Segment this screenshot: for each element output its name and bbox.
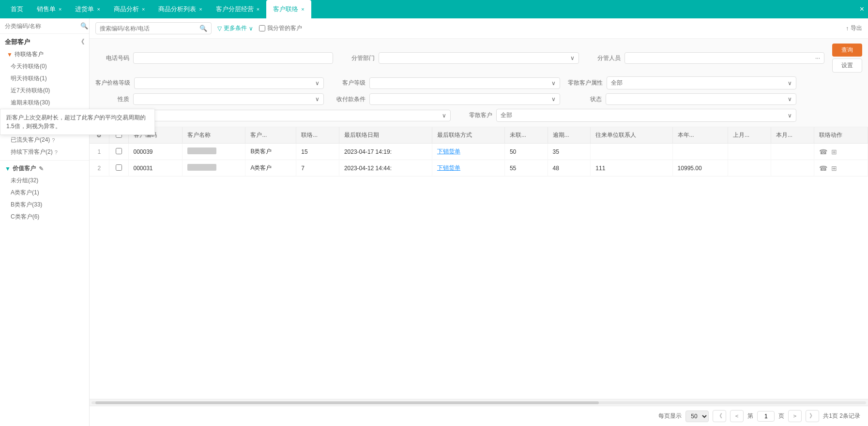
- dept-label: 分管部门: [341, 54, 375, 62]
- main-search-input[interactable]: [100, 25, 197, 32]
- my-customers-check[interactable]: [259, 25, 265, 31]
- row2-this-year: 10995.00: [672, 160, 728, 176]
- settings-btn[interactable]: 设置: [832, 59, 862, 73]
- overdue-col-header[interactable]: 逾期...: [548, 127, 591, 144]
- nav-customer-contact[interactable]: 客户联络 ×: [266, 0, 311, 18]
- retail-attr-select[interactable]: 全部 ∨: [607, 76, 796, 89]
- sidebar-search-input[interactable]: [5, 23, 77, 29]
- phone-input[interactable]: [133, 52, 333, 64]
- churned-customers-item[interactable]: 已流失客户(24) ?: [0, 134, 89, 146]
- tomorrow-pending[interactable]: 明天待联络(1): [0, 73, 89, 85]
- close-all-tabs[interactable]: ×: [860, 5, 864, 14]
- pending-contact-label: 待联络客户: [15, 50, 44, 59]
- value-ungroup[interactable]: 未分组(32): [0, 175, 89, 187]
- last-month-col-header[interactable]: 上月...: [728, 127, 771, 144]
- price-level-filter: 客户价格等级 ∨: [95, 77, 324, 89]
- filter-row-1: 电话号码 分管部门 ∨ 分管人员 ···: [95, 44, 862, 73]
- last-date-col-header[interactable]: 最后联络日期: [339, 127, 432, 144]
- week-pending[interactable]: 近7天待联络(0): [0, 85, 89, 97]
- sidebar-collapse-icon[interactable]: 《: [78, 38, 84, 46]
- declining-info-icon: ?: [55, 149, 58, 155]
- sidebar-search-area: 🔍: [0, 18, 89, 34]
- nav-purchase[interactable]: 进货单 ×: [68, 0, 107, 18]
- row2-last-method[interactable]: 下销货单: [432, 160, 504, 176]
- nav-customer-contact-close[interactable]: ×: [301, 6, 304, 12]
- dept-select[interactable]: ∨: [379, 52, 579, 64]
- nav-product-analysis-close[interactable]: ×: [142, 6, 145, 12]
- customer-type-select[interactable]: ∨: [151, 110, 451, 121]
- value-customers-group[interactable]: ▼ 价值客户 ✎: [0, 162, 89, 175]
- row1-phone-icon[interactable]: ☎: [819, 148, 827, 156]
- more-filters-btn[interactable]: ▽ 更多条件 ∨: [217, 24, 253, 32]
- price-level-select[interactable]: ∨: [134, 77, 324, 89]
- nav-product-list-close[interactable]: ×: [199, 6, 202, 12]
- row1-checkbox[interactable]: [109, 144, 128, 160]
- h-scrollbar[interactable]: [90, 399, 868, 406]
- overdue-pending[interactable]: 逾期未联络(30): [0, 97, 89, 109]
- row1-check[interactable]: [116, 148, 122, 154]
- churned-info-icon: ?: [52, 137, 55, 143]
- contact-col-header[interactable]: 联络...: [296, 127, 339, 144]
- this-month-col-header[interactable]: 本月...: [771, 127, 814, 144]
- nav-sales[interactable]: 销售单 ×: [30, 0, 68, 18]
- next-page-btn[interactable]: ＞: [788, 410, 802, 422]
- h-scrollbar-track[interactable]: [91, 401, 866, 404]
- pagination-bar: 每页显示 50 《 ＜ 第 页 ＞ 》 共1页 2条记录: [90, 406, 868, 426]
- prev-page-btn[interactable]: ＜: [730, 410, 744, 422]
- name-col-header[interactable]: 客户名称: [182, 127, 245, 144]
- dept-chevron: ∨: [570, 55, 575, 61]
- value-c[interactable]: C类客户(6): [0, 211, 89, 223]
- this-year-col-header[interactable]: 本年...: [672, 127, 728, 144]
- current-page-input[interactable]: [757, 411, 775, 422]
- level-col-header[interactable]: 客户...: [245, 127, 296, 144]
- main-search-icon[interactable]: 🔍: [199, 25, 207, 32]
- last-method-col-header[interactable]: 最后联络方式: [432, 127, 504, 144]
- payment-select[interactable]: ∨: [369, 93, 560, 105]
- nav-customer-tier[interactable]: 客户分层经营 ×: [209, 0, 266, 18]
- all-customers-label[interactable]: 全部客户: [5, 38, 30, 46]
- row2-last-date: 2023-04-12 14:44:: [339, 160, 432, 176]
- row1-more-icon[interactable]: ⊞: [831, 148, 837, 156]
- row1-contact-person: [591, 144, 672, 160]
- nav-sales-close[interactable]: ×: [59, 6, 61, 12]
- value-customers-label: 价值客户: [13, 164, 36, 173]
- value-customers-edit-icon[interactable]: ✎: [39, 165, 44, 172]
- export-btn[interactable]: ↑ 导出: [846, 24, 862, 32]
- person-select[interactable]: ···: [624, 52, 824, 64]
- query-btn[interactable]: 查询: [832, 44, 862, 57]
- value-b[interactable]: B类客户(33): [0, 199, 89, 211]
- row2-checkbox[interactable]: [109, 160, 128, 176]
- row2-check[interactable]: [116, 164, 122, 171]
- filter-row-3: 性质 ∨ 收付款条件 ∨ 状态: [95, 93, 862, 105]
- contact-person-col-header[interactable]: 往来单位联系人: [591, 127, 672, 144]
- value-a[interactable]: A类客户(1): [0, 187, 89, 199]
- pending-contact-group[interactable]: ▼ 待联络客户: [0, 48, 89, 60]
- h-scrollbar-thumb[interactable]: [95, 401, 599, 404]
- customer-level-select[interactable]: ∨: [369, 77, 560, 89]
- row2-code[interactable]: 000031: [128, 160, 182, 176]
- row1-last-method[interactable]: 下销货单: [432, 144, 504, 160]
- today-pending[interactable]: 今天待联络(0): [0, 60, 89, 73]
- table-header-row: ⚙ 客户编码 客户名称 客户...: [90, 127, 868, 144]
- nav-purchase-close[interactable]: ×: [97, 6, 100, 12]
- row2-phone-icon[interactable]: ☎: [819, 164, 827, 172]
- retail-customer-select[interactable]: 全部 ∨: [496, 109, 796, 122]
- first-page-btn[interactable]: 《: [713, 410, 726, 422]
- row1-name-blur: [187, 147, 216, 154]
- declining-customers-item[interactable]: 持续下滑客户(2) ?: [0, 146, 89, 158]
- last-page-btn[interactable]: 》: [806, 410, 819, 422]
- row1-last-date: 2023-04-17 14:19:: [339, 144, 432, 160]
- nav-customer-tier-close[interactable]: ×: [257, 6, 259, 12]
- uncontacted-col-header[interactable]: 未联...: [504, 127, 548, 144]
- gender-select[interactable]: ∨: [133, 93, 324, 105]
- my-customers-checkbox[interactable]: 我分管的客户: [259, 24, 302, 32]
- nav-product-analysis[interactable]: 商品分析 ×: [107, 0, 152, 18]
- nav-product-list[interactable]: 商品分析列表 ×: [152, 0, 209, 18]
- status-select[interactable]: ∨: [606, 93, 796, 105]
- row1-code[interactable]: 000039: [128, 144, 182, 160]
- nav-home[interactable]: 首页: [4, 0, 30, 18]
- price-level-label: 客户价格等级: [95, 79, 130, 87]
- sidebar-search-icon[interactable]: 🔍: [80, 22, 88, 29]
- row2-more-icon[interactable]: ⊞: [831, 164, 837, 172]
- per-page-select[interactable]: 50: [685, 411, 709, 422]
